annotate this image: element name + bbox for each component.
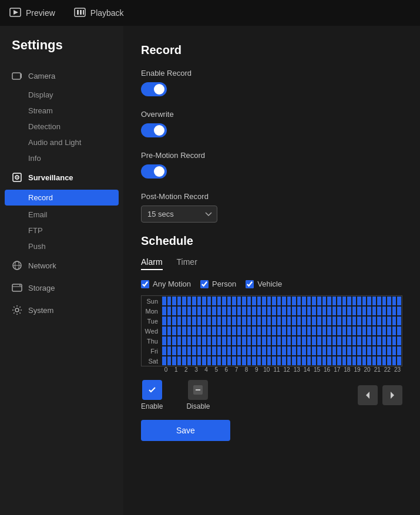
grid-cell[interactable]	[287, 296, 292, 306]
grid-cell[interactable]	[257, 296, 262, 306]
grid-cell[interactable]	[297, 296, 302, 306]
grid-cell[interactable]	[362, 356, 367, 366]
grid-cell[interactable]	[332, 336, 337, 346]
grid-cell[interactable]	[307, 316, 312, 326]
grid-cell[interactable]	[241, 336, 247, 346]
grid-cell[interactable]	[182, 336, 187, 346]
grid-cell[interactable]	[237, 296, 242, 306]
any-motion-checkbox[interactable]: Any Motion	[141, 280, 191, 288]
grid-cell[interactable]	[277, 336, 282, 346]
grid-cell[interactable]	[287, 356, 292, 366]
grid-cell[interactable]	[301, 316, 307, 326]
grid-cell[interactable]	[392, 336, 397, 346]
grid-cell[interactable]	[297, 306, 302, 316]
grid-cell[interactable]	[182, 316, 187, 326]
next-arrow-button[interactable]	[382, 385, 402, 405]
preview-nav[interactable]: Preview	[9, 8, 55, 19]
grid-cell[interactable]	[191, 306, 197, 316]
sidebar-sub-info[interactable]: Info	[0, 150, 123, 166]
grid-cell[interactable]	[372, 356, 377, 366]
grid-cell[interactable]	[357, 346, 362, 356]
grid-cell[interactable]	[337, 316, 342, 326]
grid-cell[interactable]	[317, 296, 322, 306]
grid-cell[interactable]	[277, 326, 282, 336]
grid-cell[interactable]	[392, 356, 397, 366]
grid-cell[interactable]	[287, 316, 292, 326]
grid-cell[interactable]	[227, 316, 232, 326]
grid-cell[interactable]	[291, 296, 297, 306]
grid-cell[interactable]	[311, 306, 317, 316]
grid-cell[interactable]	[387, 306, 392, 316]
grid-cell[interactable]	[382, 356, 387, 366]
grid-cell[interactable]	[327, 306, 332, 316]
grid-cell[interactable]	[287, 306, 292, 316]
grid-cell[interactable]	[241, 356, 247, 366]
grid-cell[interactable]	[267, 296, 272, 306]
grid-cell[interactable]	[397, 326, 402, 336]
grid-cell[interactable]	[311, 296, 317, 306]
grid-cell[interactable]	[237, 346, 242, 356]
sidebar-sub-ftp[interactable]: FTP	[0, 223, 123, 238]
grid-cell[interactable]	[347, 296, 352, 306]
grid-cell[interactable]	[271, 306, 277, 316]
grid-cell[interactable]	[397, 316, 402, 326]
grid-cell[interactable]	[197, 296, 202, 306]
grid-cell[interactable]	[277, 356, 282, 366]
grid-cell[interactable]	[207, 346, 212, 356]
grid-cell[interactable]	[211, 296, 217, 306]
grid-cell[interactable]	[372, 316, 377, 326]
grid-cell[interactable]	[221, 346, 227, 356]
grid-cell[interactable]	[237, 336, 242, 346]
grid-cell[interactable]	[317, 316, 322, 326]
grid-cell[interactable]	[347, 346, 352, 356]
grid-cell[interactable]	[187, 296, 192, 306]
grid-cell[interactable]	[382, 296, 387, 306]
grid-cell[interactable]	[301, 326, 307, 336]
sidebar-sub-audio-light[interactable]: Audio and Light	[0, 134, 123, 150]
grid-cell[interactable]	[177, 336, 182, 346]
grid-cell[interactable]	[397, 346, 402, 356]
grid-cell[interactable]	[227, 336, 232, 346]
grid-cell[interactable]	[367, 296, 372, 306]
grid-cell[interactable]	[301, 346, 307, 356]
grid-cell[interactable]	[271, 336, 277, 346]
grid-cell[interactable]	[301, 356, 307, 366]
grid-cell[interactable]	[322, 296, 327, 306]
grid-cell[interactable]	[362, 296, 367, 306]
disable-button[interactable]	[188, 380, 208, 400]
grid-cell[interactable]	[187, 336, 192, 346]
grid-cell[interactable]	[352, 316, 357, 326]
grid-cell[interactable]	[247, 356, 252, 366]
grid-cell[interactable]	[172, 306, 177, 316]
grid-cell[interactable]	[362, 316, 367, 326]
grid-cell[interactable]	[377, 316, 382, 326]
grid-cell[interactable]	[217, 356, 222, 366]
grid-cell[interactable]	[347, 356, 352, 366]
grid-cell[interactable]	[237, 326, 242, 336]
grid-cell[interactable]	[297, 356, 302, 366]
disable-action[interactable]: Disable	[186, 380, 210, 410]
grid-cell[interactable]	[231, 356, 237, 366]
grid-cell[interactable]	[377, 336, 382, 346]
grid-cell[interactable]	[387, 326, 392, 336]
grid-cell[interactable]	[392, 306, 397, 316]
grid-cell[interactable]	[297, 326, 302, 336]
grid-cell[interactable]	[191, 346, 197, 356]
grid-cell[interactable]	[347, 316, 352, 326]
grid-cell[interactable]	[177, 296, 182, 306]
grid-cell[interactable]	[221, 336, 227, 346]
grid-cell[interactable]	[237, 356, 242, 366]
grid-cell[interactable]	[267, 306, 272, 316]
save-button[interactable]: Save	[141, 420, 230, 441]
grid-cell[interactable]	[217, 346, 222, 356]
grid-cell[interactable]	[187, 356, 192, 366]
grid-cell[interactable]	[277, 296, 282, 306]
grid-cell[interactable]	[197, 316, 202, 326]
grid-cell[interactable]	[211, 326, 217, 336]
grid-cell[interactable]	[231, 346, 237, 356]
grid-cell[interactable]	[352, 296, 357, 306]
grid-cell[interactable]	[261, 356, 267, 366]
grid-cell[interactable]	[397, 356, 402, 366]
grid-cell[interactable]	[301, 296, 307, 306]
sidebar-item-system[interactable]: System	[0, 299, 123, 321]
